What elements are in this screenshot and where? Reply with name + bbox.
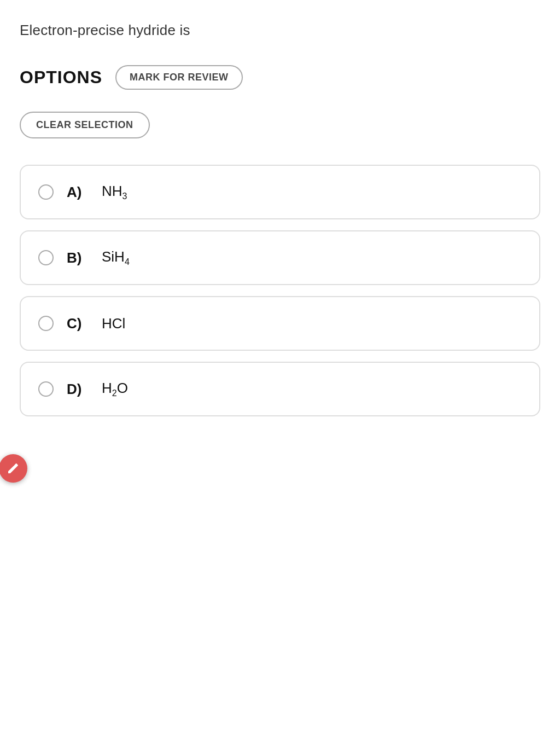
eraser-svg bbox=[7, 462, 20, 475]
floating-eraser-icon[interactable] bbox=[0, 454, 27, 483]
option-c-label: C) bbox=[67, 315, 89, 332]
option-b-value: SiH4 bbox=[102, 248, 130, 267]
radio-c[interactable] bbox=[38, 316, 54, 331]
options-header: OPTIONS MARK FOR REVIEW bbox=[20, 65, 540, 90]
option-d-label: D) bbox=[67, 381, 89, 398]
option-c-value: HCl bbox=[102, 315, 125, 332]
option-d[interactable]: D) H2O bbox=[20, 362, 540, 416]
option-b[interactable]: B) SiH4 bbox=[20, 230, 540, 285]
option-a-label: A) bbox=[67, 184, 89, 201]
option-c[interactable]: C) HCl bbox=[20, 296, 540, 351]
question-text: Electron-precise hydride is bbox=[20, 22, 540, 39]
page-container: Electron-precise hydride is OPTIONS MARK… bbox=[0, 0, 560, 748]
options-label: OPTIONS bbox=[20, 67, 102, 88]
option-a-value: NH3 bbox=[102, 183, 127, 201]
option-a[interactable]: A) NH3 bbox=[20, 165, 540, 219]
mark-review-button[interactable]: MARK FOR REVIEW bbox=[115, 65, 243, 90]
clear-selection-button[interactable]: CLEAR SELECTION bbox=[20, 112, 150, 138]
radio-b[interactable] bbox=[38, 250, 54, 265]
radio-d[interactable] bbox=[38, 381, 54, 397]
answer-options: A) NH3 B) SiH4 C) HCl D) H2O bbox=[20, 165, 540, 416]
option-b-label: B) bbox=[67, 250, 89, 266]
radio-a[interactable] bbox=[38, 184, 54, 200]
option-d-value: H2O bbox=[102, 380, 128, 398]
